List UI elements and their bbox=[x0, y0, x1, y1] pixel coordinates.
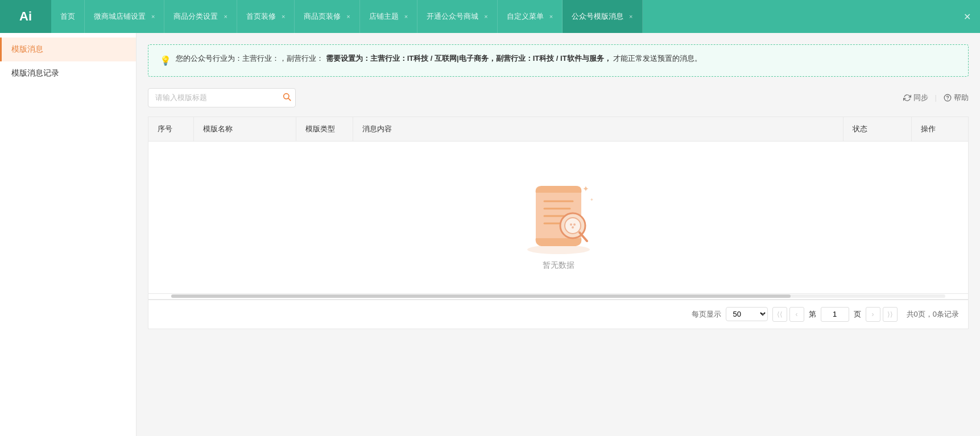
sync-icon bbox=[903, 94, 911, 102]
sync-label: 同步 bbox=[913, 93, 928, 103]
svg-point-14 bbox=[572, 226, 574, 229]
svg-point-10 bbox=[565, 218, 581, 234]
search-input[interactable] bbox=[148, 88, 296, 107]
nav-tab[interactable]: 商品页装修× bbox=[295, 0, 359, 33]
prev-page-button[interactable]: ‹ bbox=[789, 307, 804, 322]
svg-text:✦: ✦ bbox=[582, 184, 589, 193]
tab-close-button[interactable]: × bbox=[629, 14, 632, 20]
svg-point-12 bbox=[570, 223, 572, 226]
notice-highlight: 需要设置为：主营行业：IT科技 / 互联网|电子商务，副营行业：IT科技 / I… bbox=[326, 54, 611, 63]
notice-icon: 💡 bbox=[160, 53, 171, 68]
nav-tab[interactable]: 公众号模版消息× bbox=[563, 0, 642, 33]
page-label: 第 bbox=[809, 309, 816, 319]
help-button[interactable]: 帮助 bbox=[944, 93, 969, 103]
nav-tab-label: 自定义菜单 bbox=[507, 11, 544, 22]
divider: | bbox=[935, 93, 937, 102]
table-header-status: 状态 bbox=[843, 117, 912, 141]
sync-button[interactable]: 同步 bbox=[903, 93, 928, 103]
notice-suffix: 才能正常发送预置的消息。 bbox=[613, 54, 702, 63]
tab-close-button[interactable]: × bbox=[549, 14, 553, 20]
search-input-wrap bbox=[148, 88, 296, 107]
nav-tab-label: 商品分类设置 bbox=[173, 11, 218, 22]
help-label: 帮助 bbox=[954, 93, 969, 103]
nav-tab[interactable]: 开通公众号商城× bbox=[417, 0, 497, 33]
scrollbar-track bbox=[171, 294, 945, 298]
nav-tab-label: 店铺主题 bbox=[369, 11, 399, 22]
help-icon bbox=[944, 94, 952, 102]
close-all-button[interactable]: ✕ bbox=[954, 0, 980, 33]
table-header-name: 模版名称 bbox=[194, 117, 296, 141]
empty-state: ✦ ✦ 暂无数据 bbox=[148, 142, 968, 293]
svg-point-4 bbox=[527, 245, 590, 254]
table-header-content: 消息内容 bbox=[353, 117, 843, 141]
app-logo: Ai bbox=[0, 0, 51, 33]
page-size-select[interactable]: 102050100 bbox=[726, 307, 768, 321]
table-header-action: 操作 bbox=[912, 117, 969, 141]
svg-point-13 bbox=[573, 223, 576, 226]
pagination-total: 共0页，0条记录 bbox=[907, 309, 959, 319]
page-size-select-wrap: 102050100 ▾ bbox=[726, 307, 768, 321]
per-page-label: 每页显示 bbox=[692, 309, 721, 319]
notice-prefix: 您的公众号行业为：主营行业：，副营行业： bbox=[176, 54, 324, 63]
pagination: 每页显示 102050100 ▾ ⟨⟨ ‹ 第 页 › ⟩⟩ 共0页，0条记录 bbox=[148, 300, 969, 329]
data-table: 序号模版名称模版类型消息内容状态操作 bbox=[148, 117, 969, 294]
nav-tab-label: 开通公众号商城 bbox=[427, 11, 478, 22]
next-page-button[interactable]: › bbox=[866, 307, 880, 322]
nav-tab-label: 首页装修 bbox=[246, 11, 276, 22]
nav-tabs: 首页微商城店铺设置×商品分类设置×首页装修×商品页装修×店铺主题×开通公众号商城… bbox=[51, 0, 954, 33]
sidebar-item[interactable]: 模版消息记录 bbox=[0, 61, 136, 85]
search-bar: 同步 | 帮助 bbox=[148, 88, 969, 107]
svg-text:✦: ✦ bbox=[590, 197, 594, 202]
nav-tab-label: 公众号模版消息 bbox=[572, 11, 623, 22]
table-header-seq: 序号 bbox=[148, 117, 194, 141]
tab-close-button[interactable]: × bbox=[224, 14, 227, 20]
nav-tab-label: 首页 bbox=[60, 11, 75, 22]
tab-close-button[interactable]: × bbox=[282, 14, 285, 20]
nav-tab[interactable]: 商品分类设置× bbox=[164, 0, 237, 33]
top-navigation: Ai 首页微商城店铺设置×商品分类设置×首页装修×商品页装修×店铺主题×开通公众… bbox=[0, 0, 980, 33]
nav-tab[interactable]: 首页 bbox=[51, 0, 85, 33]
content-area: 💡 您的公众号行业为：主营行业：，副营行业： 需要设置为：主营行业：IT科技 /… bbox=[137, 33, 980, 436]
empty-image: ✦ ✦ bbox=[519, 176, 598, 258]
last-page-button[interactable]: ⟩⟩ bbox=[883, 307, 898, 322]
search-button[interactable] bbox=[282, 92, 291, 103]
nav-tab-label: 商品页装修 bbox=[304, 11, 341, 22]
nav-tab[interactable]: 店铺主题× bbox=[360, 0, 417, 33]
empty-state-row: ✦ ✦ 暂无数据 bbox=[148, 141, 969, 293]
table-header-type: 模版类型 bbox=[296, 117, 353, 141]
svg-line-1 bbox=[288, 98, 291, 101]
sidebar: 模版消息模版消息记录 bbox=[0, 33, 137, 436]
nav-tab-label: 微商城店铺设置 bbox=[94, 11, 146, 22]
main-layout: 模版消息模版消息记录 💡 您的公众号行业为：主营行业：，副营行业： 需要设置为：… bbox=[0, 33, 980, 436]
horizontal-scrollbar[interactable] bbox=[148, 294, 969, 300]
first-page-button[interactable]: ⟨⟨ bbox=[772, 307, 787, 322]
scrollbar-thumb bbox=[171, 294, 791, 298]
table-header-row: 序号模版名称模版类型消息内容状态操作 bbox=[148, 117, 969, 141]
nav-tab[interactable]: 自定义菜单× bbox=[498, 0, 563, 33]
nav-tab[interactable]: 首页装修× bbox=[237, 0, 295, 33]
nav-tab[interactable]: 微商城店铺设置× bbox=[85, 0, 164, 33]
pagination-nav: ⟨⟨ ‹ 第 页 › ⟩⟩ bbox=[772, 307, 898, 322]
search-icon bbox=[282, 92, 291, 101]
table-head: 序号模版名称模版类型消息内容状态操作 bbox=[148, 117, 969, 141]
tab-close-button[interactable]: × bbox=[346, 14, 350, 20]
tab-close-button[interactable]: × bbox=[484, 14, 487, 20]
empty-illustration: ✦ ✦ bbox=[519, 176, 598, 258]
tab-close-button[interactable]: × bbox=[404, 14, 408, 20]
tab-close-button[interactable]: × bbox=[151, 14, 155, 20]
empty-text: 暂无数据 bbox=[543, 260, 574, 271]
notice-text: 您的公众号行业为：主营行业：，副营行业： 需要设置为：主营行业：IT科技 / 互… bbox=[176, 53, 702, 65]
notice-banner: 💡 您的公众号行业为：主营行业：，副营行业： 需要设置为：主营行业：IT科技 /… bbox=[148, 44, 969, 77]
page-number-input[interactable] bbox=[821, 307, 849, 322]
table-body: ✦ ✦ 暂无数据 bbox=[148, 141, 969, 293]
sidebar-item[interactable]: 模版消息 bbox=[0, 38, 136, 61]
toolbar-right: 同步 | 帮助 bbox=[903, 93, 969, 103]
page-suffix: 页 bbox=[854, 309, 861, 319]
